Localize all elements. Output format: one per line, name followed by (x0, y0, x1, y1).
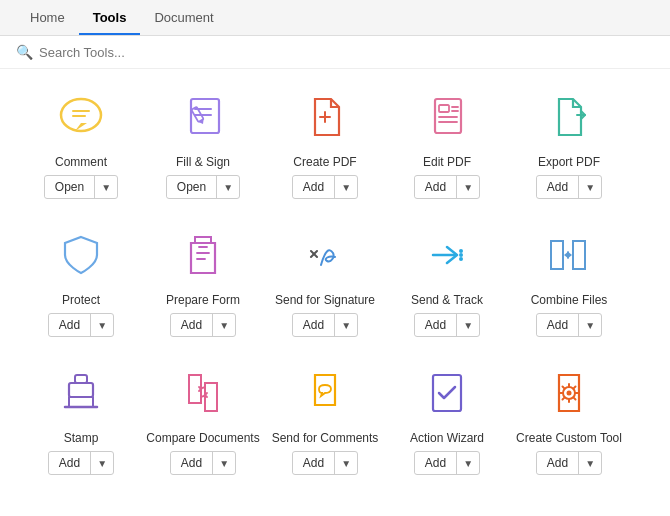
tools-row-2: Protect Add ▼ Prepare Form (20, 217, 650, 345)
send-track-label: Send & Track (411, 293, 483, 307)
send-signature-action-arrow[interactable]: ▼ (335, 317, 357, 334)
combine-action[interactable]: Add ▼ (536, 313, 602, 337)
search-bar: 🔍 (0, 36, 670, 69)
stamp-action-btn[interactable]: Add (49, 453, 90, 473)
svg-line-39 (563, 387, 565, 389)
compare-action[interactable]: Add ▼ (170, 451, 236, 475)
edit-pdf-action[interactable]: Add ▼ (414, 175, 480, 199)
create-pdf-label: Create PDF (293, 155, 356, 169)
action-wizard-icon (417, 363, 477, 423)
svg-rect-32 (433, 375, 461, 411)
tool-action-wizard: Action Wizard Add ▼ (386, 355, 508, 483)
send-signature-icon (295, 225, 355, 285)
combine-action-btn[interactable]: Add (537, 315, 578, 335)
fill-sign-action-btn[interactable]: Open (167, 177, 216, 197)
svg-rect-28 (75, 375, 87, 383)
compare-label: Compare Documents (146, 431, 259, 445)
tool-combine: Combine Files Add ▼ (508, 217, 630, 345)
fill-sign-action[interactable]: Open ▼ (166, 175, 240, 199)
tool-send-comments: Send for Comments Add ▼ (264, 355, 386, 483)
nav-item-tools[interactable]: Tools (79, 2, 141, 35)
compare-action-btn[interactable]: Add (171, 453, 212, 473)
combine-label: Combine Files (531, 293, 608, 307)
svg-marker-8 (198, 119, 205, 125)
create-pdf-action[interactable]: Add ▼ (292, 175, 358, 199)
prepare-form-icon (173, 225, 233, 285)
send-comments-label: Send for Comments (272, 431, 379, 445)
protect-action-arrow[interactable]: ▼ (91, 317, 113, 334)
svg-line-42 (563, 397, 565, 399)
tool-prepare-form: Prepare Form Add ▼ (142, 217, 264, 345)
tool-edit-pdf: Edit PDF Add ▼ (386, 79, 508, 207)
send-comments-action-btn[interactable]: Add (293, 453, 334, 473)
edit-pdf-action-btn[interactable]: Add (415, 177, 456, 197)
create-custom-action-arrow[interactable]: ▼ (579, 455, 601, 472)
comment-label: Comment (55, 155, 107, 169)
tool-stamp: Stamp Add ▼ (20, 355, 142, 483)
send-track-action[interactable]: Add ▼ (414, 313, 480, 337)
send-signature-label: Send for Signature (275, 293, 375, 307)
comment-action-arrow[interactable]: ▼ (95, 179, 117, 196)
create-custom-action[interactable]: Add ▼ (536, 451, 602, 475)
create-custom-action-btn[interactable]: Add (537, 453, 578, 473)
stamp-action-arrow[interactable]: ▼ (91, 455, 113, 472)
compare-action-arrow[interactable]: ▼ (213, 455, 235, 472)
tool-create-custom: Create Custom Tool Add ▼ (508, 355, 630, 483)
send-track-icon (417, 225, 477, 285)
create-pdf-action-arrow[interactable]: ▼ (335, 179, 357, 196)
send-track-action-btn[interactable]: Add (415, 315, 456, 335)
tool-export-pdf: Export PDF Add ▼ (508, 79, 630, 207)
tool-comment: Comment Open ▼ (20, 79, 142, 207)
export-pdf-icon (539, 87, 599, 147)
search-input[interactable] (39, 45, 239, 60)
tool-send-signature: Send for Signature Add ▼ (264, 217, 386, 345)
stamp-icon (51, 363, 111, 423)
export-pdf-action[interactable]: Add ▼ (536, 175, 602, 199)
fill-sign-action-arrow[interactable]: ▼ (217, 179, 239, 196)
send-signature-action-btn[interactable]: Add (293, 315, 334, 335)
svg-rect-27 (69, 383, 93, 397)
stamp-action[interactable]: Add ▼ (48, 451, 114, 475)
send-comments-action-arrow[interactable]: ▼ (335, 455, 357, 472)
send-comments-icon (295, 363, 355, 423)
combine-icon (539, 225, 599, 285)
svg-point-25 (459, 253, 463, 257)
nav-item-document[interactable]: Document (140, 2, 227, 35)
comment-action[interactable]: Open ▼ (44, 175, 118, 199)
svg-point-26 (459, 257, 463, 261)
edit-pdf-action-arrow[interactable]: ▼ (457, 179, 479, 196)
prepare-form-action-btn[interactable]: Add (171, 315, 212, 335)
tool-create-pdf: Create PDF Add ▼ (264, 79, 386, 207)
prepare-form-action[interactable]: Add ▼ (170, 313, 236, 337)
comment-icon (51, 87, 111, 147)
comment-action-btn[interactable]: Open (45, 177, 94, 197)
search-icon: 🔍 (16, 44, 33, 60)
action-wizard-action-btn[interactable]: Add (415, 453, 456, 473)
tools-row-3: Stamp Add ▼ Compare (20, 355, 650, 483)
action-wizard-action[interactable]: Add ▼ (414, 451, 480, 475)
protect-action[interactable]: Add ▼ (48, 313, 114, 337)
create-custom-icon (539, 363, 599, 423)
prepare-form-action-arrow[interactable]: ▼ (213, 317, 235, 334)
nav-bar: Home Tools Document (0, 0, 670, 36)
create-pdf-action-btn[interactable]: Add (293, 177, 334, 197)
send-signature-action[interactable]: Add ▼ (292, 313, 358, 337)
create-pdf-icon (295, 87, 355, 147)
send-comments-action[interactable]: Add ▼ (292, 451, 358, 475)
edit-pdf-label: Edit PDF (423, 155, 471, 169)
fill-sign-label: Fill & Sign (176, 155, 230, 169)
svg-point-34 (567, 391, 572, 396)
svg-rect-11 (435, 99, 461, 133)
protect-action-btn[interactable]: Add (49, 315, 90, 335)
stamp-label: Stamp (64, 431, 99, 445)
action-wizard-action-arrow[interactable]: ▼ (457, 455, 479, 472)
nav-item-home[interactable]: Home (16, 2, 79, 35)
combine-action-arrow[interactable]: ▼ (579, 317, 601, 334)
export-pdf-action-arrow[interactable]: ▼ (579, 179, 601, 196)
protect-label: Protect (62, 293, 100, 307)
export-pdf-action-btn[interactable]: Add (537, 177, 578, 197)
compare-icon (173, 363, 233, 423)
prepare-form-label: Prepare Form (166, 293, 240, 307)
send-track-action-arrow[interactable]: ▼ (457, 317, 479, 334)
edit-pdf-icon (417, 87, 477, 147)
